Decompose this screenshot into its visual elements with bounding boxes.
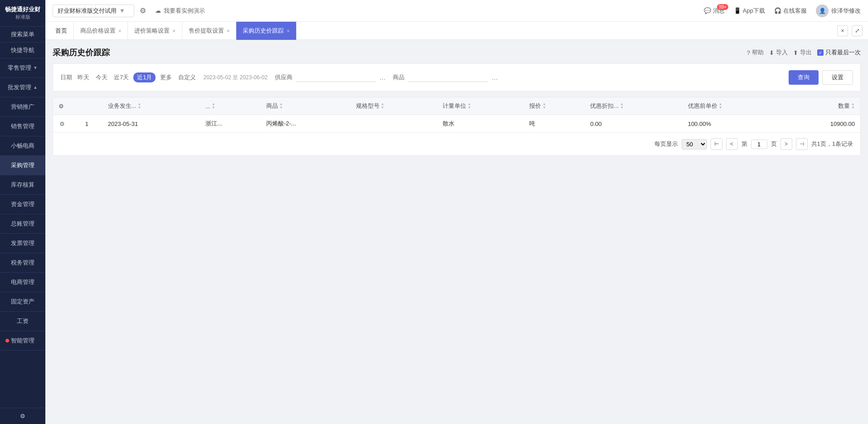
sidebar-item-purchase[interactable]: 采购管理 xyxy=(0,156,45,175)
close-tab-button[interactable]: × xyxy=(837,25,848,36)
sidebar-item-label: 资金管理 xyxy=(11,200,34,208)
topbar-settings-icon[interactable]: ⚙ xyxy=(140,6,146,15)
sidebar-quick-nav[interactable]: 快捷导航 xyxy=(0,43,45,58)
sidebar-item-ecommerce[interactable]: 电商管理 xyxy=(0,273,45,292)
topbar: 好业财标准版交付试用 ▼ ⚙ ☁ 我要看实例演示 💬 消息 99+ 📱 App下… xyxy=(45,0,868,22)
close-icon[interactable]: × xyxy=(227,28,229,34)
export-button[interactable]: ⬆ 导出 xyxy=(793,48,812,57)
supplier-more-icon[interactable]: ... xyxy=(380,73,385,82)
maximize-tab-button[interactable]: ⤢ xyxy=(852,25,863,36)
sidebar-item-label: 总账管理 xyxy=(11,220,34,228)
sidebar-item-invoice[interactable]: 发票管理 xyxy=(0,234,45,253)
tabs-bar: 首页 商品价格设置 × 进价策略设置 × 售价提取设置 × 采购历史价跟踪 × … xyxy=(45,22,868,40)
sidebar-item-retail[interactable]: 零售管理 ▼ xyxy=(0,58,45,78)
supplier-input[interactable] xyxy=(296,73,376,82)
sidebar-item-assets[interactable]: 固定资产 xyxy=(0,292,45,312)
tab-price[interactable]: 商品价格设置 × xyxy=(74,22,128,40)
indicator-dot xyxy=(5,339,9,342)
col-spec[interactable]: 规格型号 ▲▼ xyxy=(351,97,437,115)
row-quoted-price: 0.00 xyxy=(585,115,682,133)
page-input[interactable] xyxy=(751,140,767,149)
col-product[interactable]: 商品 ▲▼ xyxy=(261,97,351,115)
tab-sale-price[interactable]: 售价提取设置 × xyxy=(182,22,236,40)
help-button[interactable]: ? 帮助 xyxy=(747,48,764,57)
col-date[interactable]: 业务发生... ▲▼ xyxy=(102,97,200,115)
product-label: 商品 xyxy=(393,73,405,82)
per-page-label: 每页显示 xyxy=(654,140,678,148)
last7-shortcut[interactable]: 近7天 xyxy=(112,72,131,82)
supplier-label: 供应商 xyxy=(275,73,293,82)
last1m-shortcut[interactable]: 近1月 xyxy=(133,72,156,82)
avatar: 👤 xyxy=(816,5,829,17)
sidebar-item-smart[interactable]: 智能管理 xyxy=(0,331,45,351)
sort-icon: ▲▼ xyxy=(851,102,855,110)
export-icon: ⬆ xyxy=(793,49,798,56)
today-shortcut[interactable]: 今天 xyxy=(94,72,109,82)
close-icon[interactable]: × xyxy=(118,28,121,34)
tab-purchase-strategy[interactable]: 进价策略设置 × xyxy=(128,22,182,40)
sort-icon: ▲▼ xyxy=(719,102,722,110)
col-quantity[interactable]: 数量 ▲▼ xyxy=(782,97,860,115)
checkbox-icon xyxy=(817,49,824,56)
settings-button[interactable]: 设置 xyxy=(822,70,853,85)
sidebar-item-small-ecommerce[interactable]: 小畅电商 xyxy=(0,136,45,156)
custom-shortcut[interactable]: 自定义 xyxy=(176,72,198,82)
app-download-button[interactable]: 📱 App下载 xyxy=(734,7,765,15)
sidebar-item-tax[interactable]: 税务管理 xyxy=(0,253,45,273)
sidebar-item-finance[interactable]: 资金管理 xyxy=(0,195,45,214)
sort-icon: ▲▼ xyxy=(279,102,283,110)
row-settings-icon[interactable]: ⚙ xyxy=(59,120,66,127)
sidebar: 畅捷通好业财 标准版 搜索菜单 快捷导航 零售管理 ▼ 批发管理 ▲ 营销推广 … xyxy=(0,0,45,424)
col-settings[interactable]: ⚙ xyxy=(53,97,71,115)
col-discount-label: 优惠折扣... xyxy=(590,102,619,110)
help-icon: ? xyxy=(747,49,750,56)
sidebar-item-accounting[interactable]: 总账管理 xyxy=(0,214,45,234)
tab-home[interactable]: 首页 xyxy=(49,22,74,40)
col-unit[interactable]: 计量单位 ▲▼ xyxy=(437,97,524,115)
sidebar-settings-button[interactable]: ⚙ xyxy=(0,408,45,424)
sidebar-item-label: 批发管理 xyxy=(8,83,31,92)
row-unit: 散水 xyxy=(437,115,524,133)
sidebar-item-marketing[interactable]: 营销推广 xyxy=(0,97,45,117)
page-title: 采购历史价跟踪 xyxy=(53,47,110,58)
sidebar-item-wholesale[interactable]: 批发管理 ▲ xyxy=(0,78,45,97)
sidebar-item-sales[interactable]: 销售管理 xyxy=(0,117,45,136)
product-input[interactable] xyxy=(408,73,488,82)
col-discount[interactable]: 优惠折扣... ▲▼ xyxy=(585,97,682,115)
yesterday-shortcut[interactable]: 昨天 xyxy=(76,72,91,82)
col-pre-discount-price[interactable]: 优惠前单价 ▲▼ xyxy=(683,97,782,115)
online-service-button[interactable]: 🎧 在线客服 xyxy=(774,7,807,15)
prev-page-button[interactable]: < xyxy=(726,138,738,150)
version-selector[interactable]: 好业财标准版交付试用 ▼ xyxy=(53,5,134,17)
sidebar-item-label: 零售管理 xyxy=(8,64,31,72)
last-page-button[interactable]: ⊣ xyxy=(796,138,808,150)
import-button[interactable]: ⬇ 导入 xyxy=(769,48,788,57)
close-icon[interactable]: × xyxy=(172,28,175,34)
per-page-select[interactable]: 50 10 20 100 xyxy=(682,139,707,149)
messages-button[interactable]: 💬 消息 99+ xyxy=(704,7,725,15)
tab-history-price[interactable]: 采购历史价跟踪 × xyxy=(236,22,296,40)
product-more-icon[interactable]: ... xyxy=(492,73,497,82)
first-page-button[interactable]: ⊢ xyxy=(711,138,722,150)
page-content: 采购历史价跟踪 ? 帮助 ⬇ 导入 ⬆ 导出 只看最后一次 xyxy=(45,40,868,424)
sidebar-item-inventory[interactable]: 库存核算 xyxy=(0,175,45,195)
col-price[interactable]: 报价 ▲▼ xyxy=(524,97,585,115)
page-label: 第 xyxy=(741,140,747,148)
sidebar-item-payroll[interactable]: 工资 xyxy=(0,312,45,331)
more-shortcut[interactable]: 更多 xyxy=(158,72,174,82)
demo-link[interactable]: ☁ 我要看实例演示 xyxy=(155,7,205,15)
user-menu[interactable]: 👤 徐泽华修改 xyxy=(816,5,861,17)
sort-icon: ▲▼ xyxy=(468,102,471,110)
next-page-button[interactable]: > xyxy=(780,138,792,150)
help-label: 帮助 xyxy=(752,48,764,57)
cloud-icon: ☁ xyxy=(155,7,161,14)
close-icon[interactable]: × xyxy=(287,28,289,34)
row-num: 1 xyxy=(71,115,102,133)
last-only-checkbox[interactable]: 只看最后一次 xyxy=(817,48,861,57)
sidebar-search[interactable]: 搜索菜单 xyxy=(0,27,45,43)
col-price-label: 报价 xyxy=(529,102,541,110)
col-extra[interactable]: ... ▲▼ xyxy=(200,97,261,115)
sidebar-item-label: 固定资产 xyxy=(11,298,34,306)
query-button[interactable]: 查询 xyxy=(789,70,819,85)
import-icon: ⬇ xyxy=(769,49,774,56)
